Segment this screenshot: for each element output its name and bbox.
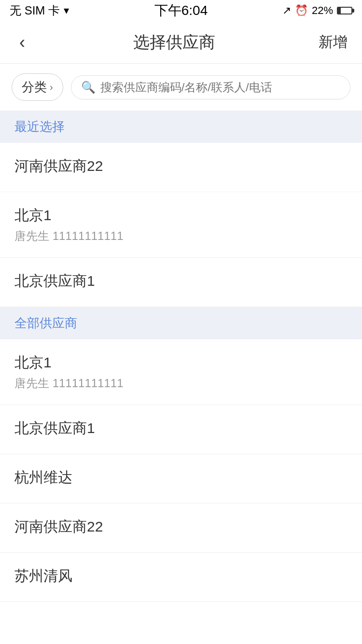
category-filter-button[interactable]: 分类 › — [12, 73, 63, 101]
list-item[interactable]: 北京1唐先生 11111111111 — [0, 339, 362, 405]
list-item[interactable]: 河南供应商22 — [0, 143, 362, 192]
supplier-name: 北京1 — [14, 353, 348, 373]
status-right: ↗ ⏰ 22% — [282, 4, 352, 17]
supplier-name: 北京供应商1 — [14, 271, 348, 291]
supplier-name: 河南供应商22 — [14, 517, 348, 537]
new-action-button[interactable]: 新增 — [319, 32, 348, 52]
recent-section-header: 最近选择 — [0, 111, 362, 143]
search-input[interactable] — [100, 81, 340, 94]
supplier-name: 北京1 — [14, 206, 348, 225]
supplier-detail: 唐先生 11111111111 — [14, 376, 348, 391]
supplier-name: 苏州清风 — [14, 566, 348, 586]
supplier-detail: 唐先生 11111111111 — [14, 228, 348, 244]
supplier-name: 北京供应商1 — [14, 419, 348, 438]
location-icon: ↗ — [282, 4, 291, 17]
all-section-label: 全部供应商 — [14, 316, 77, 330]
recent-supplier-list: 河南供应商22北京1唐先生 11111111111北京供应商1 — [0, 143, 362, 307]
nav-bar: ‹ 选择供应商 新增 — [0, 21, 362, 64]
page-title: 选择供应商 — [133, 31, 215, 54]
list-item[interactable]: 苏州清风 — [0, 553, 362, 602]
list-item[interactable]: 河南供应商22 — [0, 504, 362, 553]
supplier-name: 河南供应商22 — [14, 156, 348, 176]
list-item[interactable]: 北京供应商1 — [0, 258, 362, 307]
battery-text: 22% — [312, 4, 333, 17]
supplier-name: 杭州维达 — [14, 468, 348, 488]
status-left: 无 SIM 卡 ▾ — [10, 3, 69, 18]
chevron-right-icon: › — [50, 82, 53, 93]
back-button[interactable]: ‹ — [14, 28, 30, 57]
all-section-header: 全部供应商 — [0, 307, 362, 339]
wifi-icon: ▾ — [64, 4, 69, 17]
status-time: 下午6:04 — [154, 1, 208, 20]
search-icon: 🔍 — [81, 81, 96, 94]
list-item[interactable]: 杭州维达 — [0, 454, 362, 504]
carrier-text: 无 SIM 卡 — [10, 3, 60, 18]
list-item[interactable]: 北京1唐先生 11111111111 — [0, 192, 362, 258]
category-label: 分类 — [22, 79, 47, 96]
all-supplier-list: 北京1唐先生 11111111111北京供应商1杭州维达河南供应商22苏州清风 — [0, 339, 362, 602]
status-bar: 无 SIM 卡 ▾ 下午6:04 ↗ ⏰ 22% — [0, 0, 362, 21]
alarm-icon: ⏰ — [295, 4, 308, 17]
search-filter-area: 分类 › 🔍 — [0, 64, 362, 111]
battery-icon — [337, 7, 352, 14]
list-item[interactable]: 北京供应商1 — [0, 405, 362, 454]
search-box[interactable]: 🔍 — [71, 75, 350, 99]
recent-section-label: 最近选择 — [14, 119, 65, 134]
